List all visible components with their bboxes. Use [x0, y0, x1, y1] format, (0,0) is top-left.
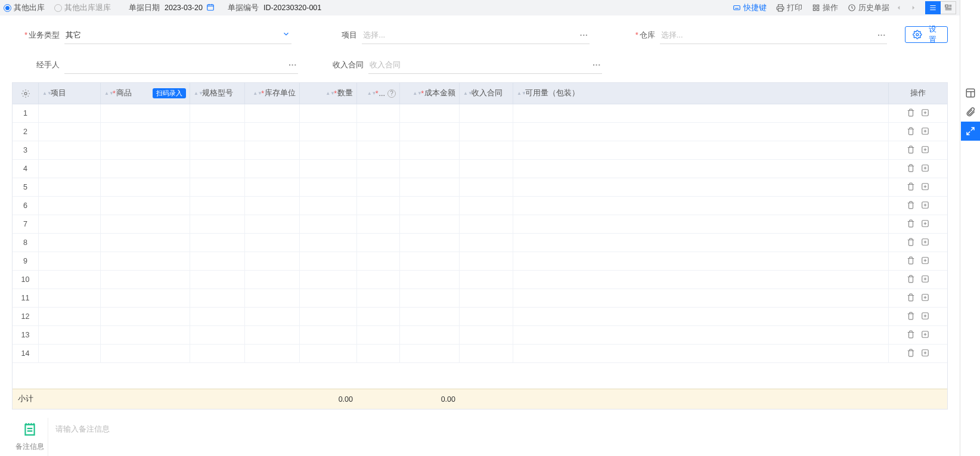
- shortcut-action[interactable]: 快捷键: [733, 3, 767, 13]
- table-row[interactable]: 13: [13, 326, 947, 345]
- footer-cost: 0.00: [400, 389, 460, 409]
- row-delete-button[interactable]: [907, 312, 915, 322]
- row-delete-button[interactable]: [907, 275, 915, 285]
- row-index: 11: [13, 289, 39, 307]
- row-delete-button[interactable]: [907, 219, 915, 229]
- print-action[interactable]: 打印: [776, 3, 802, 13]
- col-unit[interactable]: ▲▼*库存单位: [245, 83, 300, 104]
- table-row[interactable]: 5: [13, 178, 947, 197]
- field-handler: 经手人 ···: [12, 56, 298, 74]
- biz-type-select[interactable]: 其它: [64, 26, 291, 44]
- row-delete-button[interactable]: [907, 256, 915, 266]
- income-contract-select[interactable]: 收入合同 ···: [368, 56, 602, 74]
- table-row[interactable]: 4: [13, 160, 947, 178]
- side-attachment-button[interactable]: [961, 103, 980, 122]
- row-delete-button[interactable]: [907, 293, 915, 303]
- row-add-button[interactable]: [921, 330, 929, 340]
- row-add-button[interactable]: [921, 238, 929, 248]
- items-table: ▲▼项目 ▲▼*商品扫码录入 ▲▼规格型号 ▲▼*库存单位 ▲▼*数量 ▲▼*.…: [12, 82, 948, 410]
- doc-date-label: 单据日期: [129, 3, 160, 13]
- col-product[interactable]: ▲▼*商品扫码录入: [101, 83, 190, 104]
- prev-doc-button[interactable]: [894, 3, 904, 13]
- table-footer: 小计 0.00 0.00: [13, 389, 947, 409]
- row-add-button[interactable]: [921, 201, 929, 211]
- col-contract[interactable]: ▲▼收入合同: [460, 83, 513, 104]
- row-index: 4: [13, 160, 39, 178]
- table-body[interactable]: 1234567891011121314: [13, 104, 947, 389]
- table-row[interactable]: 14: [13, 345, 947, 363]
- help-icon[interactable]: ?: [387, 89, 396, 98]
- row-delete-button[interactable]: [907, 145, 915, 156]
- row-delete-button[interactable]: [907, 108, 915, 119]
- side-layout-button[interactable]: [961, 83, 980, 103]
- col-settings[interactable]: [13, 83, 39, 104]
- table-row[interactable]: 12: [13, 308, 947, 326]
- doc-date-value[interactable]: 2023-03-20: [165, 4, 203, 12]
- row-add-button[interactable]: [921, 108, 929, 119]
- operate-action[interactable]: 操作: [812, 3, 838, 13]
- svg-rect-1: [734, 6, 740, 10]
- col-qty[interactable]: ▲▼*数量: [300, 83, 357, 104]
- radio-other-outbound-return[interactable]: 其他出库退库: [54, 3, 111, 13]
- table-header: ▲▼项目 ▲▼*商品扫码录入 ▲▼规格型号 ▲▼*库存单位 ▲▼*数量 ▲▼*.…: [13, 83, 947, 104]
- view-card-button[interactable]: [941, 1, 956, 14]
- col-cost[interactable]: ▲▼*成本金额: [400, 83, 460, 104]
- row-delete-button[interactable]: [907, 238, 915, 248]
- svg-point-8: [916, 33, 919, 36]
- col-spec[interactable]: ▲▼规格型号: [190, 83, 245, 104]
- remarks-input[interactable]: [48, 418, 948, 456]
- row-add-button[interactable]: [921, 349, 929, 359]
- side-expand-button[interactable]: [961, 122, 980, 141]
- row-add-button[interactable]: [921, 275, 929, 285]
- row-delete-button[interactable]: [907, 201, 915, 211]
- table-row[interactable]: 1: [13, 104, 947, 123]
- more-icon: ···: [593, 60, 601, 69]
- next-doc-button[interactable]: [908, 3, 918, 13]
- table-row[interactable]: 2: [13, 123, 947, 141]
- field-income-contract: 收入合同 收入合同 ···: [316, 56, 602, 74]
- svg-point-9: [24, 92, 27, 95]
- row-add-button[interactable]: [921, 127, 929, 137]
- row-index: 9: [13, 252, 39, 270]
- warehouse-select[interactable]: 选择... ···: [660, 26, 887, 44]
- handler-select[interactable]: ···: [64, 56, 298, 74]
- row-add-button[interactable]: [921, 182, 929, 193]
- table-row[interactable]: 3: [13, 141, 947, 160]
- col-project[interactable]: ▲▼项目: [39, 83, 101, 104]
- row-index: 7: [13, 215, 39, 233]
- view-list-button[interactable]: [925, 1, 941, 14]
- table-row[interactable]: 11: [13, 289, 947, 308]
- table-row[interactable]: 9: [13, 252, 947, 271]
- footer-label: 小计: [13, 389, 39, 409]
- row-delete-button[interactable]: [907, 330, 915, 340]
- svg-rect-3: [813, 5, 815, 7]
- row-delete-button[interactable]: [907, 164, 915, 174]
- row-delete-button[interactable]: [907, 182, 915, 193]
- table-row[interactable]: 8: [13, 234, 947, 252]
- table-row[interactable]: 7: [13, 215, 947, 234]
- row-delete-button[interactable]: [907, 349, 915, 359]
- table-row[interactable]: 6: [13, 197, 947, 215]
- col-price[interactable]: ▲▼*...?: [357, 83, 400, 104]
- col-ops: 操作: [889, 83, 947, 104]
- svg-rect-7: [945, 5, 948, 7]
- row-add-button[interactable]: [921, 219, 929, 229]
- table-row[interactable]: 10: [13, 271, 947, 289]
- remarks-label: 备注信息: [15, 442, 44, 452]
- settings-button[interactable]: 设置: [905, 26, 948, 43]
- scan-badge[interactable]: 扫码录入: [153, 88, 186, 98]
- row-index: 14: [13, 345, 39, 362]
- col-avail[interactable]: ▲▼可用量（包装）: [513, 83, 889, 104]
- remarks-section: 备注信息: [12, 418, 948, 456]
- row-add-button[interactable]: [921, 293, 929, 303]
- calendar-icon[interactable]: [206, 3, 215, 13]
- row-add-button[interactable]: [921, 145, 929, 156]
- project-select[interactable]: 选择... ···: [362, 26, 589, 44]
- row-delete-button[interactable]: [907, 127, 915, 137]
- history-action[interactable]: 历史单据: [848, 3, 889, 13]
- print-icon: [776, 4, 784, 12]
- radio-other-outbound[interactable]: 其他出库: [4, 3, 45, 13]
- row-add-button[interactable]: [921, 312, 929, 322]
- row-add-button[interactable]: [921, 164, 929, 174]
- row-add-button[interactable]: [921, 256, 929, 266]
